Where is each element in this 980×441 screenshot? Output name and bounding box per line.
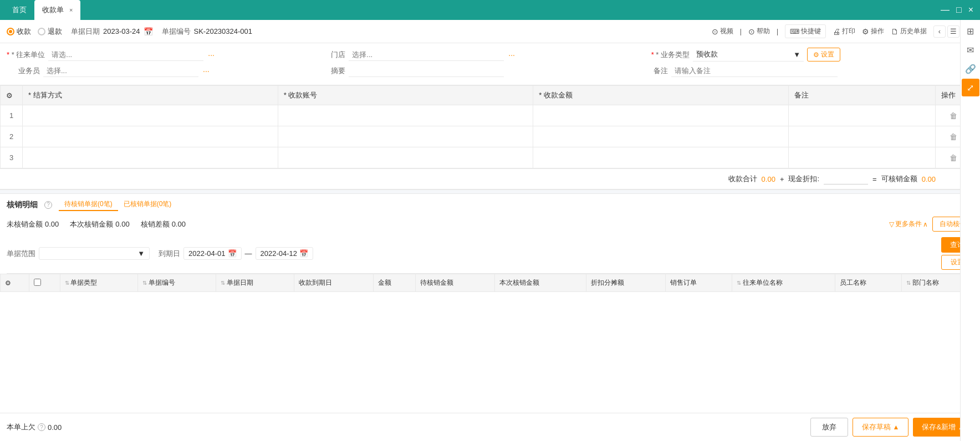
bottom-col-discount: 折扣分摊额	[586, 274, 665, 292]
row-1-account[interactable]	[278, 105, 533, 126]
sidebar-table-icon[interactable]: ⊞	[962, 22, 979, 40]
view-list-icon[interactable]: ☰	[947, 25, 959, 38]
shortcut-btn[interactable]: ⌨ 快捷键	[785, 24, 826, 38]
shop-input[interactable]	[349, 49, 504, 61]
remark-label: 备注	[651, 66, 668, 76]
bottom-col-order: 销售订单	[665, 274, 732, 292]
settings-icon: ⚙	[813, 51, 819, 59]
partner-field: * 往来单位 ···	[7, 49, 329, 61]
remark-input[interactable]	[671, 65, 838, 77]
section-divider	[0, 189, 980, 194]
range-label: 单据范围	[7, 249, 35, 259]
print-btn[interactable]: 🖨 打印	[833, 27, 855, 36]
draft-label: 保存草稿	[862, 422, 891, 432]
abandon-label: 放弃	[822, 423, 836, 431]
salesperson-input[interactable]	[43, 65, 198, 77]
bottom-col-number[interactable]: 单据编号	[138, 274, 216, 292]
mail-icon: ✉	[967, 45, 974, 55]
shortcut-label: 快捷键	[801, 27, 821, 36]
bottom-table: ⚙ 单据类型 单据编号 单据日期 收款到期日 金额	[0, 274, 980, 292]
date-value: 2023-03-24	[103, 27, 140, 35]
settings-button[interactable]: ⚙ 设置	[807, 48, 840, 61]
form-row-2: 业务员 ··· 摘要 备注	[7, 65, 973, 77]
row-2-settlement[interactable]	[23, 126, 278, 147]
print-label: 打印	[842, 27, 855, 36]
minimize-icon[interactable]: —	[938, 4, 952, 16]
bottom-col-partner[interactable]: 往来单位名称	[732, 274, 835, 292]
row-2-delete-icon[interactable]: 🗑	[950, 132, 957, 141]
business-type-select[interactable]: 预收款 ▼	[693, 48, 804, 61]
row-3-num: 3	[1, 147, 23, 168]
unverified-item: 未核销金额 0.00	[7, 219, 59, 229]
col-amount: * 收款金额	[533, 86, 789, 105]
row-3-remark[interactable]	[788, 147, 935, 168]
view-prev-icon[interactable]: ‹	[933, 25, 946, 38]
bottom-col-checkbox[interactable]	[29, 274, 60, 292]
summary-input[interactable]	[349, 65, 504, 77]
maximize-icon[interactable]: □	[954, 4, 964, 16]
sidebar-expand-icon[interactable]: ⤢	[962, 79, 979, 96]
shop-field: 门店 ···	[329, 49, 651, 61]
number-value: SK-20230324-001	[194, 27, 253, 35]
shortcut-icon: ⌨	[790, 28, 799, 35]
table-settings-col[interactable]: ⚙	[1, 86, 23, 105]
tab-home[interactable]: 首页	[4, 0, 34, 20]
range-select[interactable]: ▼	[39, 247, 150, 260]
abandon-btn[interactable]: 放弃	[810, 418, 848, 437]
total-value: 0.00	[762, 175, 775, 183]
row-2-amount[interactable]	[533, 126, 789, 147]
col-remark: 备注	[788, 86, 935, 105]
calendar-icon[interactable]: 📅	[144, 27, 153, 36]
salesperson-more-icon[interactable]: ···	[203, 66, 210, 75]
draft-btn[interactable]: 保存草稿 ▲	[853, 418, 909, 437]
bottom-col-amount: 金额	[373, 274, 415, 292]
per-bill-info-icon[interactable]: ?	[38, 423, 45, 431]
unverified-value: 0.00	[45, 220, 59, 228]
radio-receipt[interactable]: 收款	[7, 27, 31, 37]
operation-btn[interactable]: ⚙ 操作	[862, 27, 884, 36]
row-3-delete-icon[interactable]: 🗑	[950, 153, 957, 162]
shop-more-icon[interactable]: ···	[508, 50, 515, 59]
bottom-col-settings[interactable]: ⚙	[1, 274, 29, 292]
partner-more-icon[interactable]: ···	[208, 50, 215, 59]
row-1-delete-icon[interactable]: 🗑	[950, 111, 957, 120]
sidebar-mail-icon[interactable]: ✉	[962, 41, 979, 59]
business-type-value: 预收款	[696, 49, 718, 59]
bottom-col-type[interactable]: 单据类型	[60, 274, 138, 292]
partner-input[interactable]	[48, 49, 203, 61]
current-hx-item: 本次核销金额 0.00	[70, 219, 129, 229]
row-3-amount[interactable]	[533, 147, 789, 168]
tab-close-icon[interactable]: ×	[69, 7, 73, 13]
date-from-value: 2022-04-01	[188, 249, 226, 258]
per-bill-label: 本单上欠	[7, 422, 35, 432]
close-window-icon[interactable]: ×	[966, 4, 976, 16]
select-all-checkbox[interactable]	[34, 279, 41, 286]
help-btn[interactable]: ⊙ 帮助	[748, 27, 770, 36]
tab-bar: 首页 收款单 × — □ ×	[0, 0, 980, 20]
discount-label: 现金折扣:	[788, 174, 819, 184]
bottom-col-date[interactable]: 单据日期	[216, 274, 294, 292]
salesperson-field: 业务员 ···	[7, 65, 329, 77]
tab-done[interactable]: 已核销单据(0笔)	[118, 198, 177, 211]
row-1-remark[interactable]	[788, 105, 935, 126]
discount-input[interactable]	[824, 173, 868, 184]
date-separator: —	[245, 249, 252, 258]
row-2-remark[interactable]	[788, 126, 935, 147]
tab-pending[interactable]: 待核销单据(0笔)	[59, 198, 118, 211]
date-to-input[interactable]: 2022-04-12 📅	[256, 247, 314, 260]
date-from-input[interactable]: 2022-04-01 📅	[183, 247, 242, 260]
sidebar-link-icon[interactable]: 🔗	[962, 60, 979, 78]
row-1-amount[interactable]	[533, 105, 789, 126]
tab-receipt[interactable]: 收款单 ×	[34, 0, 80, 20]
radio-refund[interactable]: 退款	[38, 27, 62, 37]
row-2-num: 2	[1, 126, 23, 147]
history-btn[interactable]: 🗋 历史单据	[891, 27, 927, 36]
row-3-account[interactable]	[278, 147, 533, 168]
more-conditions-btn[interactable]: ▽ 更多条件 ∧	[889, 219, 928, 229]
video-btn[interactable]: ⊙ 视频	[712, 27, 733, 36]
operation-icon: ⚙	[862, 27, 869, 36]
row-1-settlement[interactable]	[23, 105, 278, 126]
hx-info-icon[interactable]: ?	[44, 201, 52, 209]
row-3-settlement[interactable]	[23, 147, 278, 168]
row-2-account[interactable]	[278, 126, 533, 147]
